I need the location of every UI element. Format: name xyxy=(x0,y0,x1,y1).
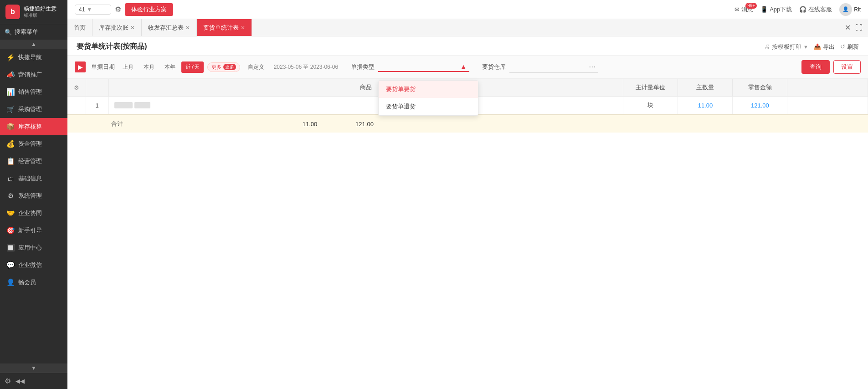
td-settings xyxy=(67,97,86,114)
sidebar-logo: b 畅捷通好生意 标准版 xyxy=(0,0,67,24)
type-filter-label: 单据类型 xyxy=(351,63,375,71)
refresh-icon: ↺ xyxy=(840,43,845,50)
bottom-collapse-icon[interactable]: ◀◀ xyxy=(15,378,25,384)
footer-amount: 121.00 xyxy=(337,121,392,128)
warehouse-filter-text[interactable] xyxy=(512,63,589,70)
th-amount: 零售金额 xyxy=(733,79,787,97)
table-settings-icon[interactable]: ⚙ xyxy=(74,84,79,91)
date-btn-this-year[interactable]: 本年 xyxy=(160,61,180,73)
logo-icon: b xyxy=(5,5,20,19)
basic-icon: 🗂 xyxy=(6,174,15,183)
date-filter-label: 单据日期 xyxy=(91,63,115,71)
filter-expand-button[interactable]: ▶ xyxy=(75,61,86,72)
warehouse-filter-input[interactable]: ··· xyxy=(509,61,598,73)
th-product: 商品 xyxy=(108,79,623,97)
dropdown-item-yao-huo-dan[interactable]: 要货单要货 xyxy=(379,81,478,98)
sidebar-bottom: ⚙ ◀◀ xyxy=(0,373,67,389)
company-dropdown-icon: ▼ xyxy=(87,6,92,13)
sidebar-item-wechat[interactable]: 💬 企业微信 xyxy=(0,256,67,274)
company-selector[interactable]: 41 ▼ xyxy=(75,5,111,15)
date-btn-custom[interactable]: 自定义 xyxy=(244,61,268,73)
sidebar-item-guide[interactable]: 🎯 新手引导 xyxy=(0,222,67,239)
operation-icon: 📋 xyxy=(6,157,15,165)
tab-receivable-summary[interactable]: 收发存汇总表 ✕ xyxy=(142,19,197,36)
print-action[interactable]: 🖨 按模板打印 ▼ xyxy=(764,43,808,51)
type-filter-input[interactable]: ▲ xyxy=(378,62,469,72)
th-index xyxy=(86,79,108,97)
date-range-tag[interactable]: 更多 更多 xyxy=(207,62,240,72)
sidebar: b 畅捷通好生意 标准版 🔍 搜索菜单 ▲ ⚡ 快捷导航 📣 营销推广 📊 xyxy=(0,0,67,389)
query-button[interactable]: 查询 xyxy=(801,60,830,74)
sidebar-item-quick-nav[interactable]: ⚡ 快捷导航 xyxy=(0,49,67,66)
footer-quantity: 11.00 xyxy=(282,121,337,128)
enterprise-icon: 🤝 xyxy=(6,209,15,217)
header-settings-icon[interactable]: ⚙ xyxy=(115,5,121,14)
sidebar-item-inventory[interactable]: 📦 库存核算 xyxy=(0,118,67,135)
message-action[interactable]: ✉ 消息 99+ xyxy=(734,5,753,14)
bottom-settings-icon[interactable]: ⚙ xyxy=(5,377,11,385)
export-action[interactable]: 📤 导出 xyxy=(814,43,835,51)
sidebar-item-basic[interactable]: 🗂 基础信息 xyxy=(0,170,67,187)
sidebar-item-marketing[interactable]: 📣 营销推广 xyxy=(0,66,67,83)
sidebar-item-purchase[interactable]: 🛒 采购管理 xyxy=(0,101,67,118)
dropdown-item-yao-huo-tui[interactable]: 要货单退货 xyxy=(379,98,478,115)
more-badge: 更多 xyxy=(223,64,236,70)
page-header: 要货单统计表(按商品) 🖨 按模板打印 ▼ 📤 导出 ↺ 刷新 xyxy=(67,36,868,56)
sidebar-item-member[interactable]: 👤 畅会员 xyxy=(0,274,67,291)
sidebar-item-app-center[interactable]: 🔲 应用中心 xyxy=(0,239,67,256)
sidebar-scroll-down[interactable]: ▼ xyxy=(0,363,67,373)
tab-controls: ✕ ⛶ xyxy=(839,19,868,36)
quantity-link[interactable]: 11.00 xyxy=(698,102,713,109)
tab-expand-icon[interactable]: ⛶ xyxy=(853,24,864,32)
td-product xyxy=(108,97,623,114)
sidebar-search[interactable]: 🔍 搜索菜单 xyxy=(0,24,67,40)
footer-label: 合计 xyxy=(73,120,228,128)
quick-nav-icon: ⚡ xyxy=(6,53,15,61)
type-filter-text[interactable] xyxy=(381,63,460,70)
user-avatar: 👤 xyxy=(839,3,852,16)
th-unit: 主计量单位 xyxy=(623,79,678,97)
purchase-icon: 🛒 xyxy=(6,105,15,113)
tab-bar: 首页 库存批次账 ✕ 收发存汇总表 ✕ 要货单统计表 ✕ ✕ ⛶ xyxy=(67,19,868,36)
sidebar-item-sales[interactable]: 📊 销售管理 xyxy=(0,83,67,101)
date-btn-recent-7[interactable]: 近7天 xyxy=(181,61,204,73)
warehouse-more-icon[interactable]: ··· xyxy=(589,62,596,72)
marketing-icon: 📣 xyxy=(6,71,15,79)
tab-close-order-summary[interactable]: ✕ xyxy=(241,25,245,31)
tab-close-all-icon[interactable]: ✕ xyxy=(843,23,853,32)
filter-area: ▶ 单据日期 上月 本月 本年 近7天 更多 更多 自定义 2023-05-06… xyxy=(67,56,868,79)
user-profile[interactable]: 👤 Rit xyxy=(839,3,861,16)
online-service-action[interactable]: 🎧 在线客服 xyxy=(799,5,832,14)
app-center-icon: 🔲 xyxy=(6,244,15,252)
set-button[interactable]: 设置 xyxy=(833,60,861,74)
logo-text: 畅捷通好生意 标准版 xyxy=(24,5,56,19)
trial-button[interactable]: 体验行业方案 xyxy=(125,3,173,16)
type-filter-chevron-icon[interactable]: ▲ xyxy=(460,63,467,70)
warehouse-filter-label: 要货仓库 xyxy=(482,63,506,71)
guide-icon: 🎯 xyxy=(6,226,15,235)
td-index: 1 xyxy=(86,97,108,114)
sidebar-item-enterprise[interactable]: 🤝 企业协同 xyxy=(0,205,67,222)
header-right: ✉ 消息 99+ 📱 App下载 🎧 在线客服 👤 Rit xyxy=(734,3,861,16)
page-content: 要货单统计表(按商品) 🖨 按模板打印 ▼ 📤 导出 ↺ 刷新 xyxy=(67,36,868,389)
date-btn-last-month[interactable]: 上月 xyxy=(118,61,138,73)
member-icon: 👤 xyxy=(6,278,15,287)
refresh-action[interactable]: ↺ 刷新 xyxy=(840,43,859,51)
sidebar-item-finance[interactable]: 💰 资金管理 xyxy=(0,135,67,153)
amount-link[interactable]: 121.00 xyxy=(751,102,769,109)
date-btn-this-month[interactable]: 本月 xyxy=(139,61,159,73)
system-icon: ⚙ xyxy=(6,192,15,200)
sidebar-item-operation[interactable]: 📋 经营管理 xyxy=(0,153,67,170)
tab-home[interactable]: 首页 xyxy=(67,19,92,36)
td-unit: 块 xyxy=(623,97,678,114)
tab-close-receivable-summary[interactable]: ✕ xyxy=(185,25,190,31)
tab-inventory-batch[interactable]: 库存批次账 ✕ xyxy=(92,19,142,36)
sidebar-scroll-up[interactable]: ▲ xyxy=(0,40,67,49)
tab-close-inventory-batch[interactable]: ✕ xyxy=(130,25,135,31)
td-extra xyxy=(787,97,868,114)
tab-order-summary[interactable]: 要货单统计表 ✕ xyxy=(197,19,252,36)
app-download-action[interactable]: 📱 App下载 xyxy=(760,5,792,14)
th-extra xyxy=(787,79,868,97)
sidebar-item-system[interactable]: ⚙ 系统管理 xyxy=(0,187,67,205)
date-shortcuts: 上月 本月 本年 近7天 xyxy=(118,61,204,73)
